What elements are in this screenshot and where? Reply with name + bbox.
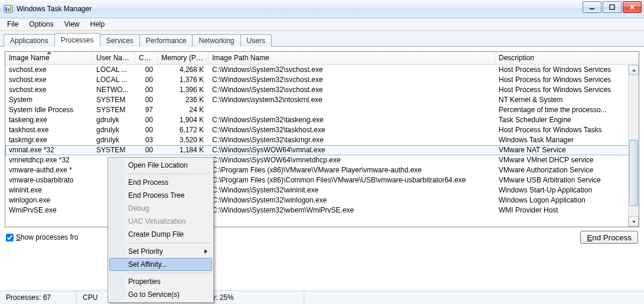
- scroll-track[interactable]: [629, 75, 639, 217]
- tab-users[interactable]: Users: [240, 34, 272, 47]
- cell-path: C:\Windows\System32\svchost.exe: [209, 65, 495, 75]
- col-user-name[interactable]: User Name: [93, 52, 135, 64]
- table-row[interactable]: svchost.exeLOCAL ...001,376 KC:\Windows\…: [5, 75, 639, 85]
- cell-path: C:\Windows\System32\wbem\WmiPrvSE.exe: [209, 205, 495, 215]
- col-cpu[interactable]: CPU: [135, 52, 158, 64]
- cm-debug: Debug: [109, 202, 212, 215]
- cell-path: C:\Windows\System32\taskhost.exe: [209, 125, 495, 135]
- scroll-up-button[interactable]: [629, 65, 639, 75]
- cell-user-name: gdrulyk: [93, 125, 135, 135]
- table-row[interactable]: winlogon.exe,320 KC:\Windows\System32\wi…: [5, 195, 639, 205]
- table-row[interactable]: svchost.exeNETWO...001,396 KC:\Windows\S…: [5, 85, 639, 95]
- col-description[interactable]: Description: [495, 52, 639, 64]
- table-row[interactable]: taskmgr.exegdrulyk033,520 KC:\Windows\Sy…: [5, 135, 639, 145]
- cell-cpu: 00: [135, 65, 158, 75]
- cell-path: C:\Windows\system32\ntoskrnl.exe: [209, 95, 495, 105]
- svg-rect-1: [5, 7, 7, 11]
- process-list: Image Name User Name CPU Memory (Pri... …: [5, 51, 639, 227]
- table-row[interactable]: wininit.exe,152 KC:\Windows\System32\win…: [5, 185, 639, 195]
- cell-path: C:\Windows\SysWOW64\vmnat.exe: [209, 145, 495, 155]
- menubar: File Options View Help: [0, 18, 644, 31]
- cell-image-name: wininit.exe: [5, 185, 93, 195]
- table-row[interactable]: System Idle ProcessSYSTEM9724 KPercentag…: [5, 105, 639, 115]
- cell-path: C:\Windows\System32\winlogon.exe: [209, 195, 495, 205]
- table-row[interactable]: svchost.exeLOCAL ...004,268 KC:\Windows\…: [5, 65, 639, 75]
- col-memory[interactable]: Memory (Pri...: [158, 52, 209, 64]
- minimize-button[interactable]: [583, 1, 601, 13]
- menu-options[interactable]: Options: [24, 19, 58, 29]
- list-footer: Show processes fro End Process: [5, 227, 639, 244]
- col-image-path[interactable]: Image Path Name: [209, 52, 495, 64]
- cell-description: NT Kernel & System: [495, 95, 639, 105]
- cm-end-process[interactable]: End Process: [109, 176, 212, 189]
- table-row[interactable]: vmware-usbarbitrato,144 KC:\Program File…: [5, 175, 639, 185]
- cell-image-name: vmnetdhcp.exe *32: [5, 155, 93, 165]
- show-all-users-input[interactable]: [6, 234, 14, 241]
- menu-help[interactable]: Help: [86, 19, 110, 29]
- menu-file[interactable]: File: [2, 19, 23, 29]
- cm-open-file-location[interactable]: Open File Location: [109, 159, 212, 172]
- cm-properties[interactable]: Properties: [109, 275, 212, 288]
- tab-applications[interactable]: Applications: [4, 34, 55, 47]
- menu-view[interactable]: View: [60, 19, 84, 29]
- table-row[interactable]: taskeng.exegdrulyk001,904 KC:\Windows\Sy…: [5, 115, 639, 125]
- cell-description: Host Process for Windows Services: [495, 75, 639, 85]
- end-process-button[interactable]: End Process: [580, 231, 638, 244]
- cell-description: VMware USB Arbitration Service: [495, 175, 639, 185]
- svg-rect-4: [590, 8, 594, 9]
- table-row[interactable]: vmware-authd.exe *,784 KC:\Program Files…: [5, 165, 639, 175]
- show-all-users-checkbox[interactable]: Show processes fro: [6, 233, 78, 241]
- cm-end-process-tree[interactable]: End Process Tree: [109, 189, 212, 202]
- scroll-thumb[interactable]: [629, 140, 638, 206]
- cell-memory: 1,184 K: [158, 145, 209, 155]
- cell-cpu: 03: [135, 135, 158, 145]
- vertical-scrollbar[interactable]: [628, 65, 639, 227]
- tab-performance[interactable]: Performance: [139, 34, 193, 47]
- cell-memory: 1,376 K: [158, 75, 209, 85]
- tab-networking[interactable]: Networking: [192, 34, 240, 47]
- cell-memory: 236 K: [158, 95, 209, 105]
- tabstrip: Applications Processes Services Performa…: [0, 31, 644, 47]
- cell-image-name: vmnat.exe *32: [5, 145, 93, 155]
- cm-create-dump-file[interactable]: Create Dump File: [109, 228, 212, 241]
- cell-path: C:\Windows\System32\taskmgr.exe: [209, 135, 495, 145]
- cell-memory: 3,520 K: [158, 135, 209, 145]
- scroll-down-button[interactable]: [629, 217, 639, 227]
- cell-image-name: WmiPrvSE.exe: [5, 205, 93, 215]
- cm-separator: [127, 174, 211, 174]
- table-row[interactable]: WmiPrvSE.exe,104 KC:\Windows\System32\wb…: [5, 205, 639, 215]
- cell-image-name: svchost.exe: [5, 85, 93, 95]
- cell-image-name: System: [5, 95, 93, 105]
- table-row[interactable]: taskhost.exegdrulyk006,172 KC:\Windows\S…: [5, 125, 639, 135]
- cell-cpu: 00: [135, 145, 158, 155]
- task-manager-window: Windows Task Manager File Options View H…: [0, 0, 644, 304]
- cell-description: Windows Task Manager: [495, 135, 639, 145]
- cell-user-name: SYSTEM: [93, 95, 135, 105]
- cell-cpu: 00: [135, 115, 158, 125]
- cell-image-name: taskhost.exe: [5, 125, 93, 135]
- cell-image-name: vmware-authd.exe *: [5, 165, 93, 175]
- cm-go-to-services[interactable]: Go to Service(s): [109, 288, 212, 301]
- cell-user-name: SYSTEM: [93, 145, 135, 155]
- cell-memory: 4,268 K: [158, 65, 209, 75]
- cm-separator: [127, 243, 211, 243]
- cm-set-affinity[interactable]: Set Affinity...: [109, 258, 212, 271]
- cm-uac-virtualization: UAC Virtualization: [109, 215, 212, 228]
- cell-path: C:\Program Files (x86)\Common Files\VMwa…: [209, 175, 495, 185]
- tab-processes[interactable]: Processes: [54, 33, 100, 47]
- cell-memory: 1,396 K: [158, 85, 209, 95]
- table-row[interactable]: vmnat.exe *32SYSTEM001,184 KC:\Windows\S…: [5, 145, 639, 155]
- cell-image-name: vmware-usbarbitrato: [5, 175, 93, 185]
- cell-image-name: svchost.exe: [5, 75, 93, 85]
- cell-path: C:\Windows\SysWOW64\vmnetdhcp.exe: [209, 155, 495, 165]
- titlebar[interactable]: Windows Task Manager: [0, 0, 644, 18]
- table-row[interactable]: vmnetdhcp.exe *32984 KC:\Windows\SysWOW6…: [5, 155, 639, 165]
- close-button[interactable]: [623, 1, 642, 13]
- cell-path: [209, 105, 495, 115]
- table-row[interactable]: SystemSYSTEM00236 KC:\Windows\system32\n…: [5, 95, 639, 105]
- cm-set-priority[interactable]: Set Priority: [109, 245, 212, 258]
- cell-description: Windows Start-Up Application: [495, 185, 639, 195]
- maximize-button[interactable]: [603, 1, 622, 13]
- tab-services[interactable]: Services: [100, 34, 140, 47]
- col-image-name[interactable]: Image Name: [5, 52, 93, 64]
